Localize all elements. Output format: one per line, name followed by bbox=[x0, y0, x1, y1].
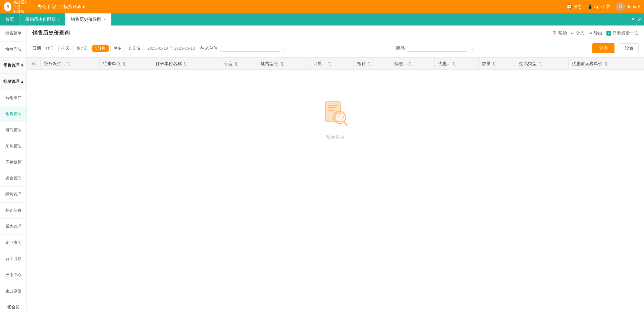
svg-point-7 bbox=[337, 115, 339, 117]
product-input[interactable] bbox=[407, 45, 467, 52]
date-btn-custom[interactable]: 自定义 bbox=[126, 45, 144, 52]
empty-state: 暂无数据 bbox=[27, 70, 644, 167]
sidebar-item-basic-info[interactable]: 基础信息 bbox=[0, 203, 26, 219]
col-discount1[interactable]: 优惠... ⇅ bbox=[391, 58, 434, 70]
sidebar-item-new-user[interactable]: 新手引导 bbox=[0, 251, 26, 267]
sort-icon: ⇅ bbox=[492, 61, 496, 66]
query-button[interactable]: 查询 bbox=[592, 43, 614, 53]
date-btn-more[interactable]: 更多 bbox=[110, 45, 124, 52]
date-btn-today[interactable]: 今天 bbox=[58, 45, 72, 52]
sort-icon: ⇅ bbox=[539, 61, 542, 66]
date-btn-1month[interactable]: 近1月 bbox=[92, 45, 109, 52]
fullscreen-icon[interactable]: ⤢ bbox=[637, 17, 641, 22]
counterparty-label: 往来单位 bbox=[200, 45, 218, 51]
user-menu[interactable]: D demo2 bbox=[616, 2, 640, 11]
counterparty-picker[interactable]: ... bbox=[282, 46, 286, 51]
export-icon: ↪ bbox=[589, 31, 592, 36]
chevron-down-icon: ▾ bbox=[83, 4, 85, 9]
top-center: 办公用品行业模拟账套 ▾ bbox=[31, 4, 567, 10]
avatar: D bbox=[616, 2, 625, 11]
col-spec[interactable]: 规格型号 ⇅ bbox=[257, 58, 310, 70]
tab-purchase-history[interactable]: 采购历史价跟踪 × bbox=[20, 13, 65, 25]
col-partner[interactable]: 往来单位 ⇅ bbox=[99, 58, 152, 70]
message-button[interactable]: 💬 消息 bbox=[567, 4, 582, 10]
sidebar-item-marketing[interactable]: 营销推广 bbox=[0, 90, 26, 106]
col-partner-name[interactable]: 往来单位名称 ⇅ bbox=[152, 58, 220, 70]
table-container: ⚙ 业务发生... ⇅ 往来单位 ⇅ 往来单位名称 ⇅ bbox=[27, 58, 644, 310]
sidebar-item-quick-nav[interactable]: 快捷导航 bbox=[0, 42, 26, 58]
message-icon: 💬 bbox=[567, 4, 572, 9]
product-picker[interactable]: ... bbox=[469, 46, 473, 51]
sort-icon: ⇅ bbox=[368, 61, 371, 66]
sidebar-item-capital[interactable]: 资金管理 bbox=[0, 170, 26, 187]
col-quote[interactable]: 报价 ⇅ bbox=[354, 58, 391, 70]
close-window-icon[interactable]: × bbox=[632, 16, 635, 22]
tab-close-sales[interactable]: × bbox=[103, 17, 105, 21]
svg-rect-1 bbox=[328, 105, 338, 106]
sidebar-item-app-center[interactable]: 应用中心 bbox=[0, 267, 26, 283]
svg-line-6 bbox=[344, 122, 347, 125]
sidebar-item-purchase[interactable]: 采购管理 bbox=[0, 138, 26, 154]
page-header: 销售历史价查询 ❓ 帮助 ↩ 导入 ↪ 导出 ✓ bbox=[27, 25, 644, 58]
sidebar-item-operations[interactable]: 经营管理 bbox=[0, 187, 26, 203]
col-quantity[interactable]: 数量 ⇅ bbox=[478, 58, 516, 70]
sort-icon: ⇅ bbox=[67, 61, 70, 66]
top-header: 6 畅捷通好生意 标准版 办公用品行业模拟账套 ▾ 💬 消息 📱 App下载 D… bbox=[0, 0, 644, 13]
sidebar-item-inventory[interactable]: 库存核算 bbox=[0, 154, 26, 170]
sort-icon: ⇅ bbox=[122, 61, 126, 66]
tab-close-purchase[interactable]: × bbox=[58, 17, 60, 21]
checkbox-icon: ✓ bbox=[606, 31, 611, 36]
svg-point-5 bbox=[335, 113, 343, 121]
col-trade-type[interactable]: 交易类型 ⇅ bbox=[516, 58, 568, 70]
app-download-button[interactable]: 📱 App下载 bbox=[587, 4, 610, 10]
app-title-selector[interactable]: 办公用品行业模拟账套 ▾ bbox=[38, 4, 85, 10]
sort-icon: ⇅ bbox=[280, 61, 284, 66]
tabs-right-actions: × ⤢ bbox=[632, 13, 644, 25]
only-last-checkbox[interactable]: ✓ 只看最后一次 bbox=[606, 30, 639, 36]
col-unit[interactable]: 计量... ⇅ bbox=[310, 58, 354, 70]
page-title: 销售历史价查询 bbox=[32, 30, 70, 37]
date-range-text: 2023-02-18 至 2023-03-18 bbox=[147, 46, 195, 51]
top-right: 💬 消息 📱 App下载 D demo2 bbox=[567, 2, 640, 11]
chevron-icon: ▾ bbox=[21, 63, 23, 68]
date-btn-yesterday[interactable]: 昨天 bbox=[43, 45, 57, 52]
product-label: 商品 bbox=[396, 45, 405, 51]
date-buttons: 昨天 今天 近7天 近1月 更多 自定义 bbox=[43, 45, 144, 52]
page-actions: ❓ 帮助 ↩ 导入 ↪ 导出 ✓ 只看最后一次 bbox=[551, 30, 639, 36]
export-button[interactable]: ↪ 导出 bbox=[589, 30, 602, 36]
sidebar: 搜索菜单 快捷导航 零售管理 ▾ 批发管理 ▴ 营销推广 销售管理 电商管理 采… bbox=[0, 25, 27, 310]
sidebar-item-sales-mgmt[interactable]: 销售管理 bbox=[0, 106, 26, 122]
tab-home[interactable]: 首页 bbox=[0, 13, 20, 25]
col-discount2[interactable]: 优惠... ⇅ bbox=[435, 58, 478, 70]
col-biz-date[interactable]: 业务发生... ⇅ bbox=[41, 58, 100, 70]
counterparty-input[interactable] bbox=[220, 45, 280, 52]
date-btn-7days[interactable]: 近7天 bbox=[74, 45, 90, 52]
logo-text: 畅捷通好生意 标准版 bbox=[13, 0, 31, 14]
col-pretax-price[interactable]: 优惠前无税单价 ⇅ bbox=[568, 58, 644, 70]
gear-icon[interactable]: ⚙ bbox=[32, 61, 36, 66]
settings-button[interactable]: 设置 bbox=[620, 43, 639, 53]
import-button[interactable]: ↩ 导入 bbox=[571, 30, 585, 36]
empty-illustration bbox=[319, 97, 352, 130]
sidebar-item-member[interactable]: 畅会员 bbox=[0, 299, 26, 310]
sidebar-item-wholesale-mgmt[interactable]: 批发管理 ▴ bbox=[0, 74, 26, 90]
page-title-row: 销售历史价查询 ❓ 帮助 ↩ 导入 ↪ 导出 ✓ bbox=[32, 30, 639, 37]
help-button[interactable]: ❓ 帮助 bbox=[551, 30, 567, 36]
col-gear[interactable]: ⚙ bbox=[27, 58, 41, 70]
sidebar-item-ecommerce[interactable]: 电商管理 bbox=[0, 122, 26, 138]
col-product[interactable]: 商品 ⇅ bbox=[220, 58, 257, 70]
logo-icon: 6 bbox=[4, 2, 11, 11]
sidebar-item-enterprise-collab[interactable]: 企业协同 bbox=[0, 235, 26, 251]
tab-sales-history[interactable]: 销售历史价跟踪 × bbox=[65, 13, 111, 25]
sidebar-item-retail-mgmt[interactable]: 零售管理 ▾ bbox=[0, 58, 26, 74]
table-header-row: ⚙ 业务发生... ⇅ 往来单位 ⇅ 往来单位名称 ⇅ bbox=[27, 58, 644, 70]
sidebar-item-system[interactable]: 系统管理 bbox=[0, 219, 26, 235]
help-icon: ❓ bbox=[551, 31, 557, 36]
sidebar-item-search-menu[interactable]: 搜索菜单 bbox=[0, 25, 26, 42]
sidebar-item-enterprise-wechat[interactable]: 企业微信 bbox=[0, 283, 26, 299]
tabs-bar: 首页 采购历史价跟踪 × 销售历史价跟踪 × × ⤢ bbox=[0, 13, 644, 25]
import-icon: ↩ bbox=[571, 31, 575, 36]
content-area: 销售历史价查询 ❓ 帮助 ↩ 导入 ↪ 导出 ✓ bbox=[27, 25, 644, 310]
product-filter-group: 商品 ... bbox=[396, 45, 587, 52]
sort-icon: ⇅ bbox=[234, 61, 238, 66]
